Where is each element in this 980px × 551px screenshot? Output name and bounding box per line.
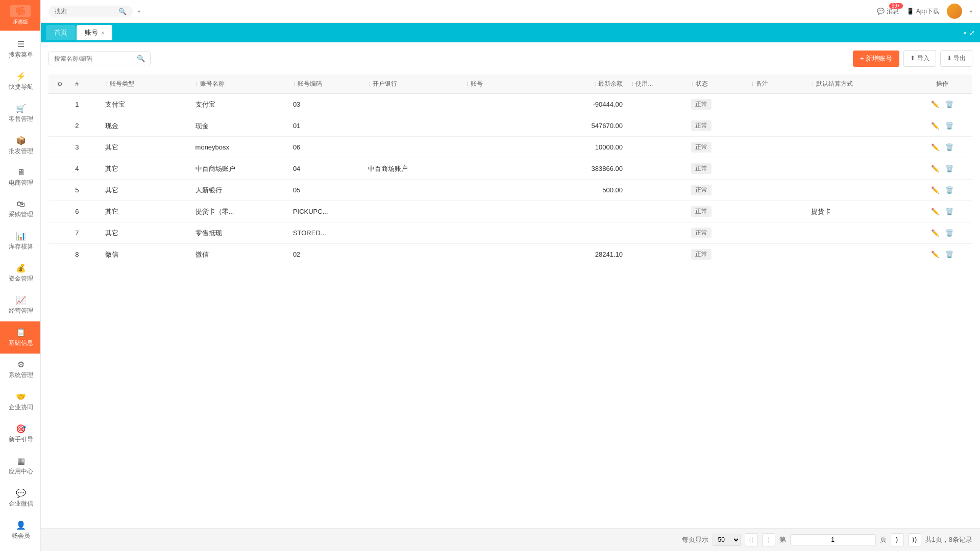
row-usage <box>627 180 687 201</box>
tab-close-icon[interactable]: × <box>101 30 104 36</box>
export-button[interactable]: ⬇ 导出 <box>940 50 972 67</box>
row-actions: ✏️ 🗑️ <box>912 115 972 137</box>
col-header-balance[interactable]: ↕ 最新余额 <box>536 74 627 94</box>
row-status: 正常 <box>687 201 747 222</box>
delete-button[interactable]: 🗑️ <box>943 249 955 259</box>
edit-button[interactable]: ✏️ <box>929 228 941 238</box>
page-size-select[interactable]: 50 20 100 <box>713 534 741 546</box>
account-search-wrap[interactable]: 🔍 <box>48 52 151 65</box>
row-bank <box>364 244 461 265</box>
sort-icon: ↕ <box>465 80 469 87</box>
tab-expand-icon[interactable]: ⤢ <box>969 29 975 37</box>
app-download-button[interactable]: 📱 App下载 <box>906 7 939 16</box>
row-settings <box>48 137 71 158</box>
delete-button[interactable]: 🗑️ <box>943 164 955 173</box>
row-actions: ✏️ 🗑️ <box>912 244 972 265</box>
delete-button[interactable]: 🗑️ <box>943 185 955 195</box>
page-number-input[interactable] <box>790 534 876 545</box>
collab-icon: 🤝 <box>16 392 26 402</box>
sidebar-item-operations[interactable]: 📈 经营管理 <box>0 289 40 321</box>
sidebar-item-wholesale[interactable]: 📦 批发管理 <box>0 130 40 162</box>
row-default <box>807 222 912 244</box>
accounts-table: ⚙ # ↕ 账号类型 ↕ 账号名称 ↕ 账号编码 ↕ <box>48 74 972 265</box>
sidebar-item-membership[interactable]: 👤 畅会员 <box>0 514 40 546</box>
sidebar-item-basic-info[interactable]: 📋 基础信息 <box>0 321 40 354</box>
sidebar-item-search[interactable]: ☰ 搜索菜单 <box>0 33 40 65</box>
messages-button[interactable]: 💬 消息 99+ <box>877 7 899 16</box>
sidebar-item-wechat-work[interactable]: 💬 企业微信 <box>0 482 40 514</box>
delete-button[interactable]: 🗑️ <box>943 142 955 152</box>
row-name: moneybosx <box>191 137 289 158</box>
col-header-note[interactable]: ↕ 备注 <box>747 74 807 94</box>
col-header-code[interactable]: ↕ 账号编码 <box>289 74 364 94</box>
sidebar-item-label: 畅会员 <box>12 532 30 540</box>
delete-button[interactable]: 🗑️ <box>943 121 955 131</box>
row-actions: ✏️ 🗑️ <box>912 158 972 180</box>
row-default <box>807 94 912 115</box>
next-page-button[interactable]: ⟩ <box>891 533 904 546</box>
delete-button[interactable]: 🗑️ <box>943 207 955 216</box>
sidebar-item-ecommerce[interactable]: 🖥 电商管理 <box>0 162 40 193</box>
tab-home[interactable]: 首页 <box>46 25 76 40</box>
tab-account[interactable]: 账号 × <box>77 25 112 40</box>
first-page-button[interactable]: ⟨⟨ <box>745 533 758 546</box>
col-header-name[interactable]: ↕ 账号名称 <box>191 74 289 94</box>
edit-button[interactable]: ✏️ <box>929 207 941 216</box>
delete-button[interactable]: 🗑️ <box>943 99 955 109</box>
sidebar-item-app-center[interactable]: ▦ 应用中心 <box>0 450 40 482</box>
table-row: 7 其它 零售抵现 STORED... 正常 ✏️ 🗑️ <box>48 222 972 244</box>
col-header-usage[interactable]: ↕ 使用... <box>627 74 687 94</box>
col-header-default[interactable]: ↕ 默认结算方式 <box>807 74 912 94</box>
add-account-button[interactable]: + 新增账号 <box>853 51 899 67</box>
topbar-dropdown-arrow[interactable]: ▾ <box>138 9 140 14</box>
edit-button[interactable]: ✏️ <box>929 185 941 195</box>
user-dropdown-arrow[interactable]: ▾ <box>970 9 972 14</box>
tab-close-top-icon[interactable]: × <box>963 29 967 37</box>
row-name: 中百商场账户 <box>191 158 289 180</box>
delete-button[interactable]: 🗑️ <box>943 228 955 238</box>
row-balance: -90444.00 <box>536 94 627 115</box>
col-header-account[interactable]: ↕ 账号 <box>461 74 536 94</box>
app-logo: 畅 乐惠版 <box>0 0 40 31</box>
sidebar-item-label: 库存核算 <box>9 242 33 251</box>
user-avatar[interactable] <box>947 4 962 19</box>
sidebar-item-guide[interactable]: 🎯 新手引导 <box>0 418 40 450</box>
row-type: 支付宝 <box>101 94 191 115</box>
row-bank: 中百商场账户 <box>364 158 461 180</box>
topbar-search[interactable]: 🔍 <box>48 6 133 17</box>
import-button[interactable]: ⬆ 导入 <box>903 50 936 67</box>
sidebar-item-label: 企业微信 <box>9 499 33 508</box>
sidebar-item-inventory[interactable]: 📊 库存核算 <box>0 225 40 257</box>
col-header-type[interactable]: ↕ 账号类型 <box>101 74 191 94</box>
row-status: 正常 <box>687 137 747 158</box>
sidebar-item-retail[interactable]: 🛒 零售管理 <box>0 97 40 130</box>
row-type: 其它 <box>101 137 191 158</box>
edit-button[interactable]: ✏️ <box>929 142 941 152</box>
sidebar-item-collab[interactable]: 🤝 企业协同 <box>0 386 40 418</box>
topbar-search-input[interactable] <box>55 8 116 15</box>
row-actions: ✏️ 🗑️ <box>912 222 972 244</box>
edit-button[interactable]: ✏️ <box>929 249 941 259</box>
last-page-button[interactable]: ⟩⟩ <box>908 533 921 546</box>
prev-page-button[interactable]: ⟨ <box>762 533 775 546</box>
col-header-bank[interactable]: ↕ 开户银行 <box>364 74 461 94</box>
col-header-settings[interactable]: ⚙ <box>48 74 71 94</box>
sidebar-item-purchase[interactable]: 🛍 采购管理 <box>0 193 40 225</box>
edit-button[interactable]: ✏️ <box>929 121 941 131</box>
row-note <box>747 244 807 265</box>
row-settings <box>48 222 71 244</box>
row-account <box>461 244 536 265</box>
edit-button[interactable]: ✏️ <box>929 164 941 173</box>
sidebar-item-finance[interactable]: 💰 资金管理 <box>0 257 40 289</box>
account-search-input[interactable] <box>54 55 134 62</box>
row-note <box>747 201 807 222</box>
edit-button[interactable]: ✏️ <box>929 99 941 109</box>
row-balance: 547670.00 <box>536 115 627 137</box>
operations-icon: 📈 <box>16 295 26 305</box>
col-header-status[interactable]: ↕ 状态 <box>687 74 747 94</box>
sidebar-item-system[interactable]: ⚙ 系统管理 <box>0 354 40 386</box>
row-settings <box>48 158 71 180</box>
row-account <box>461 137 536 158</box>
sidebar-item-shortcuts[interactable]: ⚡ 快捷导航 <box>0 65 40 97</box>
row-num: 3 <box>71 137 101 158</box>
